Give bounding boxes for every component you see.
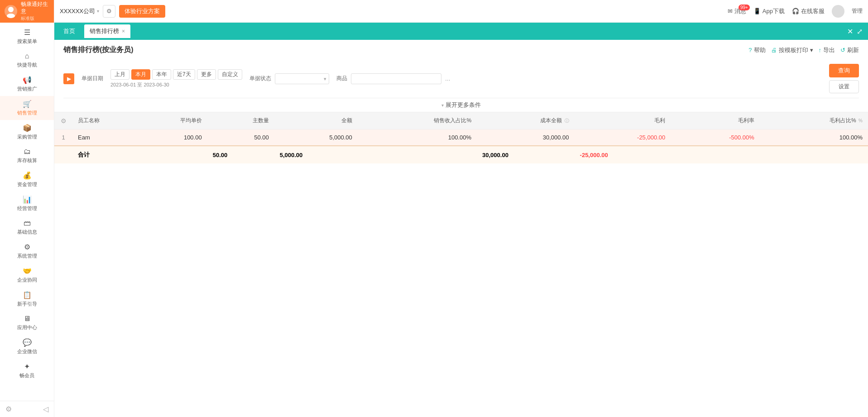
sidebar-item-finance[interactable]: 💰 资金管理	[0, 168, 54, 192]
help-label: 帮助	[754, 46, 766, 54]
tab-close-icon[interactable]: ×	[122, 28, 125, 34]
headset-icon: 🎧	[792, 8, 799, 14]
cell-cost: 30,000.00	[477, 129, 575, 146]
sidebar-icon-guide: 📋	[23, 291, 32, 299]
avatar-name: 管理	[852, 7, 863, 15]
content: 销售排行榜(按业务员) ? 帮助 🖨 按模板打印 ▾ ↑ 导出	[54, 40, 868, 417]
topbar-settings-button[interactable]: ⚙	[103, 5, 115, 18]
sidebar-icon-basic: 🗃	[24, 219, 31, 227]
filter-toggle-button[interactable]: ▶	[63, 73, 74, 84]
sidebar-item-appstore[interactable]: 🖥 应用中心	[0, 311, 54, 335]
cell-name: Eam	[72, 129, 127, 146]
online-service-label: 在线客服	[801, 7, 825, 15]
sidebar-item-sales[interactable]: 🛒 销售管理	[0, 96, 54, 120]
date-custom-btn[interactable]: 自定义	[218, 69, 242, 80]
tab-sales-rank[interactable]: 销售排行榜 ×	[84, 24, 130, 38]
page-header: 销售排行榜(按业务员) ? 帮助 🖨 按模板打印 ▾ ↑ 导出	[54, 40, 868, 112]
sidebar-label-appstore: 应用中心	[17, 324, 37, 331]
sidebar-settings-icon[interactable]: ⚙	[5, 405, 12, 413]
date-filter-label: 单据日期	[82, 75, 103, 82]
col-settings-icon[interactable]: ⚙	[61, 117, 67, 125]
sidebar-item-inventory[interactable]: 🗂 库存核算	[0, 144, 54, 168]
settings-button[interactable]: 设置	[829, 80, 859, 93]
message-badge: 99+	[739, 5, 750, 10]
sidebar-item-member[interactable]: ✦ 畅会员	[0, 359, 54, 383]
footer-qty: 50.00	[207, 146, 274, 163]
sidebar-item-guide[interactable]: 📋 新手引导	[0, 287, 54, 311]
sidebar-label-basic: 基础信息	[17, 229, 37, 235]
tab-close-window-icon[interactable]: ✕	[847, 27, 853, 36]
page-actions: ? 帮助 🖨 按模板打印 ▾ ↑ 导出 ↺ 刷新	[748, 46, 859, 54]
cell-qty: 50.00	[207, 129, 274, 146]
sidebar-item-enterprise[interactable]: 🤝 企业协同	[0, 263, 54, 287]
gross-pct-icon[interactable]: %	[858, 118, 863, 123]
svg-point-2	[7, 14, 15, 18]
table-body: 1 Eam 100.00 50.00 5,000.00 100.00% 30,0…	[54, 129, 868, 146]
date-options: 上月 本月 本年 近7天 更多 自定义	[110, 69, 242, 80]
tabbar: 首页 销售排行榜 × ✕ ⤢	[54, 23, 868, 40]
filter-row: ▶ 单据日期 上月 本月 本年 近7天 更多 自定义 2023-06-01 至 …	[63, 59, 859, 98]
sidebar-item-purchase[interactable]: 📦 采购管理	[0, 120, 54, 144]
sidebar-item-marketing[interactable]: 📢 营销推广	[0, 72, 54, 96]
table-footer-row: 合计 50.00 5,000.00 30,000.00 -25,000.00	[54, 146, 868, 163]
date-more-btn[interactable]: 更多	[197, 69, 216, 80]
sidebar-bottom: ⚙ ◁	[0, 401, 54, 417]
sidebar-icon-search: ☰	[24, 28, 30, 37]
sidebar-collapse-icon[interactable]: ◁	[43, 405, 48, 413]
cell-gross-pct: 100.00%	[760, 129, 868, 146]
print-icon: 🖨	[771, 47, 777, 53]
tab-home[interactable]: 首页	[56, 24, 82, 39]
expand-label: 展开更多条件	[446, 101, 481, 109]
sidebar-item-shortcut[interactable]: ⌂ 快捷导航	[0, 48, 54, 72]
help-button[interactable]: ? 帮助	[748, 46, 765, 54]
sidebar-icon-marketing: 📢	[23, 76, 32, 84]
cost-info-icon[interactable]: ⓘ	[565, 118, 569, 123]
date-this-year-btn[interactable]: 本年	[152, 69, 171, 80]
trial-button[interactable]: 体验行业方案	[119, 5, 165, 18]
sidebar-icon-wechat: 💬	[23, 338, 32, 347]
refresh-button[interactable]: ↺ 刷新	[840, 46, 859, 54]
logo-icon	[4, 4, 18, 19]
messages-button[interactable]: ✉ 消息 99+	[728, 7, 746, 15]
export-icon: ↑	[819, 47, 822, 53]
date-range-display: 2023-06-01 至 2023-06-30	[110, 81, 242, 88]
company-name: XXXXXX公司	[60, 7, 95, 15]
export-button[interactable]: ↑ 导出	[819, 46, 835, 54]
tab-maximize-icon[interactable]: ⤢	[857, 27, 863, 36]
page-title-row: 销售排行榜(按业务员) ? 帮助 🖨 按模板打印 ▾ ↑ 导出	[63, 45, 859, 59]
sidebar-icon-purchase: 📦	[23, 124, 32, 132]
tab-sales-rank-label: 销售排行榜	[90, 27, 119, 35]
sidebar: 畅康通好生意 标准版 ☰ 搜索菜单 ⌂ 快捷导航 📢 营销推广 🛒 销售管理 📦…	[0, 0, 54, 417]
app-download-button[interactable]: 📱 App下载	[753, 7, 785, 15]
topbar-right: ✉ 消息 99+ 📱 App下载 🎧 在线客服 管理	[728, 5, 863, 18]
query-button[interactable]: 查询	[829, 64, 859, 77]
sidebar-label-marketing: 营销推广	[17, 86, 37, 92]
print-label: 按模板打印	[779, 46, 808, 54]
print-button[interactable]: 🖨 按模板打印 ▾	[771, 46, 813, 54]
more-filters-icon[interactable]: …	[445, 76, 451, 82]
goods-input[interactable]	[351, 73, 441, 84]
topbar-gear-icon: ⚙	[106, 8, 112, 14]
date-last-month-btn[interactable]: 上月	[110, 69, 129, 80]
sidebar-icon-member: ✦	[24, 362, 30, 371]
sidebar-item-wechat[interactable]: 💬 企业微信	[0, 335, 54, 359]
refresh-icon: ↺	[840, 47, 845, 53]
sidebar-item-system[interactable]: ⚙ 系统管理	[0, 239, 54, 263]
sidebar-item-operations[interactable]: 📊 经营管理	[0, 192, 54, 216]
expand-conditions-button[interactable]: ▾ 展开更多条件	[63, 98, 859, 112]
date-this-month-btn[interactable]: 本月	[131, 69, 150, 80]
footer-gross-pct	[760, 146, 868, 163]
online-service-button[interactable]: 🎧 在线客服	[792, 7, 825, 15]
company-selector[interactable]: XXXXXX公司 ▾	[60, 7, 99, 15]
col-name: 员工名称	[72, 112, 127, 129]
avatar[interactable]	[832, 5, 844, 18]
table-section: ⚙ 员工名称 平均单价 主数量 全额 销售收入占比% 成本全额 ⓘ	[54, 112, 868, 417]
sidebar-icon-enterprise: 🤝	[23, 267, 32, 275]
sidebar-item-basic[interactable]: 🗃 基础信息	[0, 216, 54, 239]
footer-cost: 30,000.00	[477, 146, 575, 163]
sales-table: ⚙ 员工名称 平均单价 主数量 全额 销售收入占比% 成本全额 ⓘ	[54, 112, 868, 163]
page-title: 销售排行榜(按业务员)	[63, 45, 134, 55]
status-select[interactable]	[275, 73, 329, 84]
sidebar-item-search[interactable]: ☰ 搜索菜单	[0, 24, 54, 48]
date-7days-btn[interactable]: 近7天	[173, 69, 195, 80]
